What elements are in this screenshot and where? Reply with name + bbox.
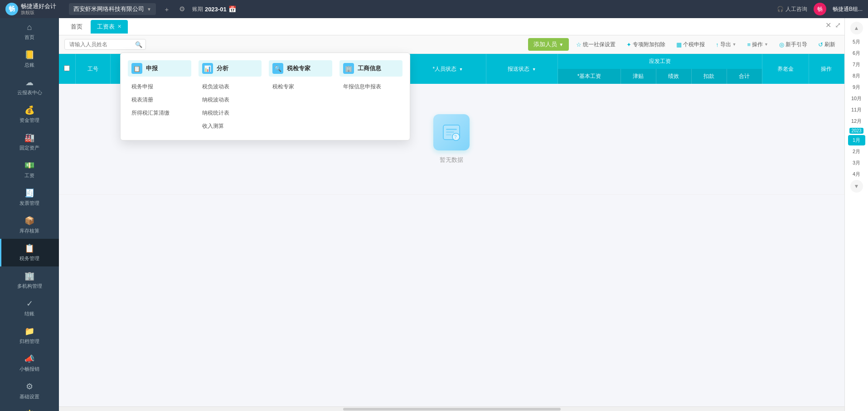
section-header-tax-expert: 🔍 税检专家 (269, 60, 332, 77)
col-salary-group-header: 应发工资 (558, 54, 762, 69)
period-value: 2023-01 (205, 6, 227, 13)
sidebar-item-close[interactable]: ✓ 结账 (0, 294, 59, 322)
menu-tax-stats[interactable]: 纳税统计表 (199, 106, 262, 120)
rp-down-nav[interactable]: ▼ (850, 180, 863, 193)
menu-tax-clear[interactable]: 税表清册 (128, 93, 191, 106)
sidebar-item-fund[interactable]: 💰 资金管理 (0, 101, 59, 128)
period-label: 账期 (192, 5, 203, 13)
sidebar-label-salary: 工资 (24, 172, 34, 179)
settings-icon-btn[interactable]: ⚙ (177, 4, 188, 15)
home-icon: ⌂ (27, 23, 32, 32)
month-9[interactable]: 9月 (848, 82, 865, 92)
business-title: 工商信息 (358, 64, 381, 73)
company-name: 西安虾米网络科技有限公司 (73, 5, 144, 13)
dropdown-section-tax-expert: 🔍 税检专家 税检专家 (269, 60, 332, 133)
tab-salary[interactable]: 工资表 ✕ (91, 20, 128, 34)
month-3[interactable]: 3月 (848, 158, 865, 168)
add-icon-btn[interactable]: + (161, 4, 172, 15)
social-setting-btn[interactable]: ☆ 统一社保设置 (572, 39, 619, 50)
col-allowance: 津贴 (621, 69, 656, 84)
sidebar-item-tax[interactable]: 📋 税务管理 (0, 239, 59, 266)
inventory-icon: 📦 (24, 216, 34, 226)
sidebar-item-cloud[interactable]: ☁ 云报表中心 (0, 73, 59, 101)
headset-icon: 🎧 (777, 6, 784, 12)
section-header-analysis: 📊 分析 (199, 60, 262, 77)
menu-tax-expert[interactable]: 税检专家 (269, 80, 332, 93)
sidebar-item-multi[interactable]: 🏢 多机构管理 (0, 266, 59, 294)
tax-expert-title: 税检专家 (287, 64, 310, 73)
archive-icon: 📁 (24, 326, 34, 336)
rp-up-nav[interactable]: ▲ (850, 22, 863, 34)
sidebar-item-assets[interactable]: 🏭 固定资产 (0, 128, 59, 156)
refresh-btn[interactable]: ↺ 刷新 (815, 39, 839, 50)
sidebar-item-home[interactable]: ⌂ 首页 (0, 18, 59, 45)
menu-annual-report[interactable]: 年报信息申报表 (339, 80, 403, 93)
declaration-icon: 📋 (131, 63, 142, 74)
calendar-icon[interactable]: 📅 (228, 5, 236, 13)
basic-icon: ⚙ (26, 382, 33, 392)
month-11[interactable]: 11月 (848, 105, 865, 115)
fund-icon: 💰 (24, 105, 34, 115)
month-12[interactable]: 12月 (848, 116, 865, 126)
tax-icon: 📋 (24, 243, 34, 253)
svg-text:?: ? (454, 135, 457, 140)
user-name[interactable]: 畅捷通B组... (833, 5, 863, 13)
col-id: 工号 (75, 54, 111, 84)
sidebar-label-basic: 基础设置 (19, 393, 39, 400)
search-icon: 🔍 (135, 41, 142, 48)
menu-tax-burden[interactable]: 税负波动表 (199, 80, 262, 93)
operate-btn[interactable]: ≡ 操作 ▼ (743, 39, 772, 50)
month-6[interactable]: 6月 (848, 48, 865, 58)
support-button[interactable]: 🎧 人工咨询 (777, 5, 807, 13)
month-8[interactable]: 8月 (848, 71, 865, 81)
section-header-declaration: 📋 申报 (128, 60, 191, 77)
sidebar-item-archive[interactable]: 📁 归档管理 (0, 322, 59, 349)
menu-income-estimate[interactable]: 收入测算 (199, 120, 262, 133)
sidebar-item-ledger[interactable]: 📒 总账 (0, 45, 59, 73)
month-10[interactable]: 10月 (848, 93, 865, 104)
horizontal-scrollbar[interactable] (59, 406, 844, 411)
toolbar: 🔍 添加人员 ▼ ☆ 统一社保设置 ✦ 专项附加扣除 ▦ 个税申报 ↑ 导出 (59, 35, 844, 54)
search-input[interactable] (64, 39, 146, 50)
sidebar: ⌂ 首页 📒 总账 ☁ 云报表中心 💰 资金管理 🏭 固定资产 💵 工资 🧾 发… (0, 18, 59, 411)
month-5[interactable]: 5月 (848, 37, 865, 47)
tax-report-btn[interactable]: ▦ 个税申报 (673, 39, 708, 50)
new-guide-btn[interactable]: ◎ 新手引导 (776, 39, 811, 50)
company-selector[interactable]: 西安虾米网络科技有限公司 ▼ (69, 3, 156, 15)
month-2[interactable]: 2月 (848, 146, 865, 157)
col-base-salary: *基本工资 (558, 69, 621, 84)
tab-home[interactable]: 首页 (64, 20, 89, 34)
window-maximize-icon[interactable]: ⤢ (835, 21, 841, 29)
status-filter-icon[interactable]: ▼ (459, 67, 463, 72)
app-name: 畅捷通好会计 (21, 3, 56, 10)
operate-icon: ≡ (747, 41, 751, 48)
menu-tax-declaration[interactable]: 税务申报 (128, 80, 191, 93)
special-deduction-btn[interactable]: ✦ 专项附加扣除 (623, 39, 669, 50)
month-1-active[interactable]: 1月 (848, 135, 865, 145)
sidebar-item-xiaochang[interactable]: 📣 小畅报销 (0, 349, 59, 377)
ledger-icon: 📒 (24, 50, 34, 60)
export-btn[interactable]: ↑ 导出 ▼ (712, 39, 740, 50)
report-status-filter-icon[interactable]: ▼ (532, 67, 536, 72)
svg-rect-1 (446, 129, 457, 130)
year-2023-badge: 2023 (849, 128, 863, 134)
sidebar-item-basic[interactable]: ⚙ 基础设置 (0, 377, 59, 405)
menu-tax-fluctuation[interactable]: 纳税波动表 (199, 93, 262, 106)
social-icon: ☆ (576, 41, 582, 48)
add-people-label: 添加人员 (533, 40, 557, 48)
empty-icon: ? (433, 114, 470, 150)
sidebar-item-invoice[interactable]: 🧾 发票管理 (0, 184, 59, 211)
support-label: 人工咨询 (786, 5, 807, 13)
sidebar-label-tax: 税务管理 (19, 255, 39, 262)
select-all-checkbox[interactable] (64, 65, 70, 71)
month-7[interactable]: 7月 (848, 59, 865, 70)
top-bar: 畅 畅捷通好会计 旗舰版 西安虾米网络科技有限公司 ▼ + ⚙ 账期 2023-… (0, 0, 868, 18)
menu-income-tax[interactable]: 所得税汇算清缴 (128, 106, 191, 120)
sidebar-item-newguide[interactable]: 🌟 新手引导 (0, 405, 59, 411)
tab-close-salary[interactable]: ✕ (117, 24, 121, 29)
add-people-button[interactable]: 添加人员 ▼ (528, 38, 569, 51)
sidebar-item-inventory[interactable]: 📦 库存核算 (0, 211, 59, 239)
sidebar-item-salary[interactable]: 💵 工资 (0, 156, 59, 184)
window-close-icon[interactable]: ✕ (825, 21, 831, 29)
month-4[interactable]: 4月 (848, 169, 865, 179)
